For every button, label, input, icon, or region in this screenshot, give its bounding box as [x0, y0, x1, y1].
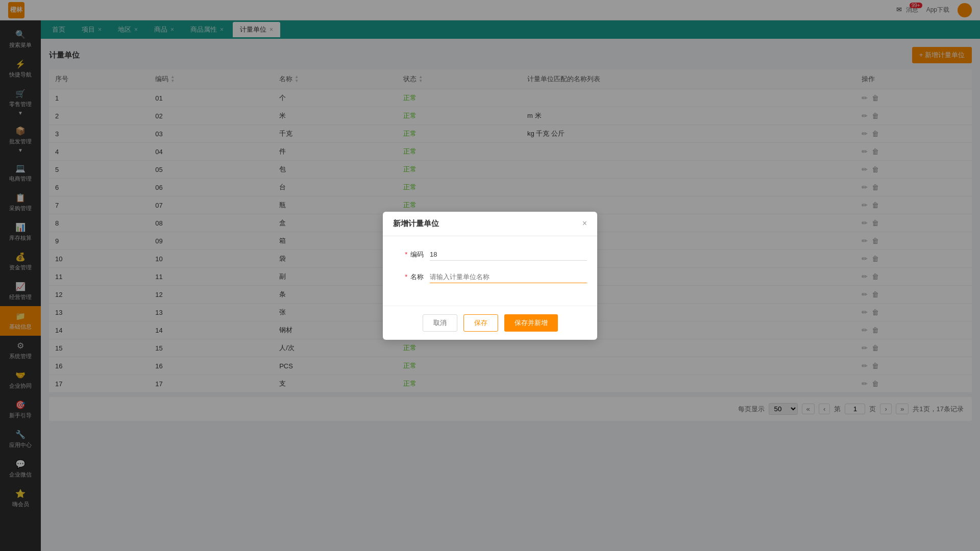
code-input[interactable]	[430, 248, 587, 261]
form-item-name: * 名称	[393, 271, 587, 283]
modal-title: 新增计量单位	[393, 219, 439, 229]
cancel-button[interactable]: 取消	[423, 314, 457, 332]
name-input[interactable]	[430, 271, 587, 283]
modal-overlay[interactable]: 新增计量单位 × * 编码 * 名称 取消 保存 保存并新增	[0, 0, 980, 551]
modal-footer: 取消 保存 保存并新增	[383, 306, 597, 340]
required-mark: *	[405, 251, 407, 258]
name-label-text: 名称	[410, 273, 424, 281]
code-label: * 编码	[393, 250, 424, 259]
modal-close-button[interactable]: ×	[582, 219, 587, 228]
save-button[interactable]: 保存	[463, 314, 498, 332]
modal-header: 新增计量单位 ×	[383, 212, 597, 236]
required-mark-name: *	[405, 273, 407, 281]
name-label: * 名称	[393, 272, 424, 282]
form-item-code: * 编码	[393, 248, 587, 261]
add-unit-modal: 新增计量单位 × * 编码 * 名称 取消 保存 保存并新增	[383, 212, 597, 340]
code-label-text: 编码	[410, 251, 424, 258]
save-add-button[interactable]: 保存并新增	[504, 314, 558, 332]
modal-body: * 编码 * 名称	[383, 236, 597, 306]
